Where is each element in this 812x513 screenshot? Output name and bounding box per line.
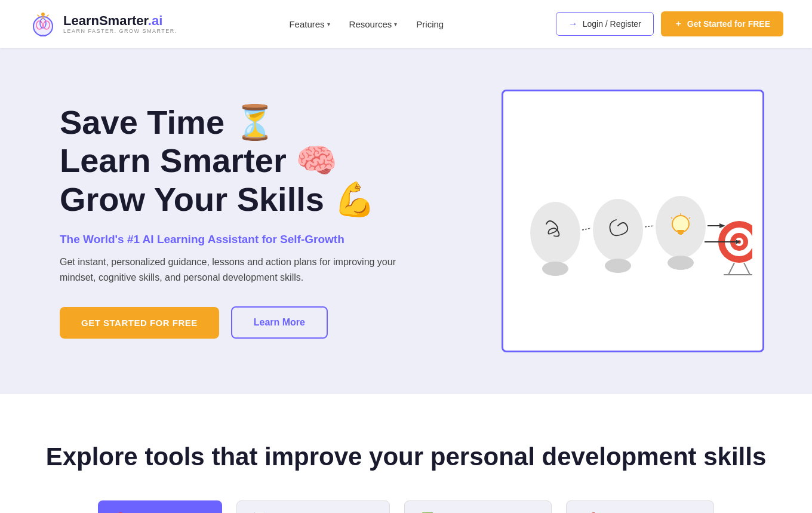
learn-more-button[interactable]: Learn More bbox=[231, 306, 328, 339]
navbar: LearnSmarter.ai LEARN FASTER. GROW SMART… bbox=[0, 0, 812, 48]
logo-icon bbox=[29, 10, 57, 38]
plus-icon: ＋ bbox=[674, 19, 682, 29]
svg-line-34 bbox=[744, 263, 750, 275]
hero-title: Save Time ⏳ Learn Smarter 🧠 Grow Your Sk… bbox=[60, 103, 406, 219]
logo-name: LearnSmarter.ai bbox=[63, 14, 177, 28]
tool-card-decisions[interactable]: 📊 Make Better Decisions bbox=[236, 500, 390, 513]
chevron-down-icon: ▾ bbox=[327, 21, 330, 27]
tool-card-productivity[interactable]: 🚀 Increase Productivity bbox=[566, 500, 714, 513]
logo[interactable]: LearnSmarter.ai LEARN FASTER. GROW SMART… bbox=[29, 10, 177, 38]
svg-line-23 bbox=[645, 226, 654, 227]
hero-illustration bbox=[513, 131, 752, 311]
login-register-button[interactable]: → Login / Register bbox=[556, 12, 654, 36]
get-started-nav-button[interactable]: ＋ Get Started for FREE bbox=[661, 11, 783, 36]
svg-line-22 bbox=[582, 228, 591, 230]
nav-features[interactable]: Features ▾ bbox=[289, 19, 330, 29]
svg-line-6 bbox=[38, 15, 39, 17]
tools-grid: 🎯 Set Better Goals 📊 Make Better Decisio… bbox=[29, 500, 783, 513]
nav-resources[interactable]: Resources ▾ bbox=[349, 19, 398, 29]
hero-subtitle: The World's #1 AI Learning Assistant for… bbox=[60, 233, 406, 246]
logo-text: LearnSmarter.ai LEARN FASTER. GROW SMART… bbox=[63, 14, 177, 34]
hero-left: Save Time ⏳ Learn Smarter 🧠 Grow Your Sk… bbox=[60, 103, 406, 339]
get-started-hero-button[interactable]: GET STARTED FOR FREE bbox=[60, 307, 219, 339]
nav-pricing[interactable]: Pricing bbox=[416, 19, 444, 29]
hero-section: Save Time ⏳ Learn Smarter 🧠 Grow Your Sk… bbox=[0, 48, 812, 394]
svg-point-14 bbox=[605, 259, 631, 273]
logo-tagline: LEARN FASTER. GROW SMARTER. bbox=[63, 28, 177, 34]
hero-description: Get instant, personalized guidance, less… bbox=[60, 254, 406, 285]
svg-point-16 bbox=[668, 256, 694, 270]
svg-point-17 bbox=[672, 216, 689, 232]
svg-point-12 bbox=[542, 262, 568, 276]
svg-point-11 bbox=[530, 202, 580, 264]
section-title: Explore tools that improve your personal… bbox=[29, 442, 783, 472]
login-icon: → bbox=[568, 19, 578, 29]
svg-line-7 bbox=[47, 15, 48, 17]
nav-links: Features ▾ Resources ▾ Pricing bbox=[289, 19, 444, 29]
hero-buttons: GET STARTED FOR FREE Learn More bbox=[60, 306, 406, 339]
hero-image-box bbox=[502, 90, 764, 352]
svg-line-33 bbox=[728, 263, 734, 275]
tool-card-problems[interactable]: ✅ Solve Hard Problems bbox=[404, 500, 552, 513]
nav-actions: → Login / Register ＋ Get Started for FRE… bbox=[556, 11, 783, 36]
chevron-down-icon: ▾ bbox=[394, 21, 397, 27]
tools-section: Explore tools that improve your personal… bbox=[0, 394, 812, 513]
tool-card-goals[interactable]: 🎯 Set Better Goals bbox=[98, 500, 222, 513]
svg-point-13 bbox=[593, 199, 643, 261]
svg-point-5 bbox=[41, 13, 45, 16]
